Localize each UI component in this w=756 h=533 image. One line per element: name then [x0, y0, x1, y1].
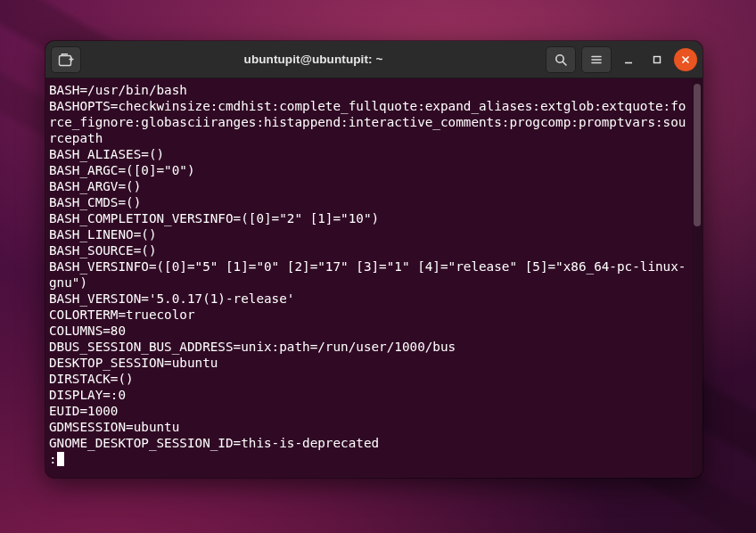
svg-rect-2: [654, 56, 661, 62]
terminal-output: BASH=/usr/bin/bash BASHOPTS=checkwinsize…: [49, 82, 690, 451]
minimize-icon: [623, 54, 634, 65]
window-title: ubuntupit@ubuntupit: ~: [86, 53, 540, 66]
terminal-viewport[interactable]: BASH=/usr/bin/bash BASHOPTS=checkwinsize…: [45, 78, 692, 478]
titlebar: ubuntupit@ubuntupit: ~: [45, 41, 703, 78]
search-icon: [554, 53, 568, 67]
scrollbar-track[interactable]: [692, 78, 703, 478]
maximize-icon: [652, 54, 662, 65]
close-icon: [680, 54, 691, 65]
maximize-button[interactable]: [645, 48, 669, 71]
hamburger-icon: [589, 53, 604, 67]
minimize-button[interactable]: [617, 48, 640, 71]
pager-prompt: :: [49, 451, 57, 467]
terminal-area[interactable]: BASH=/usr/bin/bash BASHOPTS=checkwinsize…: [45, 78, 703, 478]
text-cursor: [57, 452, 65, 466]
scrollbar-thumb[interactable]: [694, 84, 701, 226]
search-button[interactable]: [546, 46, 576, 73]
terminal-window: ubuntupit@ubuntupit: ~: [45, 41, 703, 478]
svg-rect-0: [60, 55, 71, 65]
close-button[interactable]: [674, 48, 697, 71]
menu-button[interactable]: [581, 46, 612, 73]
new-tab-button[interactable]: [51, 46, 81, 73]
terminal-pager-line: :: [49, 451, 690, 467]
new-tab-icon: [58, 53, 74, 67]
